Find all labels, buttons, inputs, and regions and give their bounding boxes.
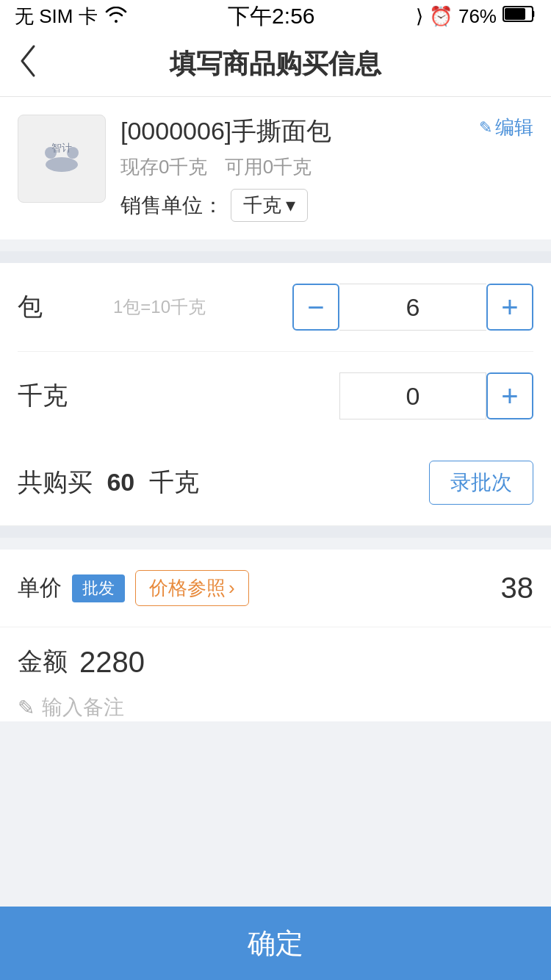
amount-section: 金额 2280 ✎ 输入备注: [0, 627, 551, 721]
status-left: 无 SIM 卡: [15, 4, 127, 29]
location-icon: ⟩: [416, 5, 423, 28]
status-time: 下午2:56: [228, 1, 314, 32]
unit-dropdown-icon: ▾: [286, 194, 295, 217]
edit-label: 编辑: [495, 115, 533, 140]
total-text: 共购买 60 千克: [18, 466, 199, 500]
svg-rect-1: [505, 8, 525, 20]
amount-label: 金额: [18, 645, 68, 679]
unit-select[interactable]: 千克 ▾: [231, 189, 308, 222]
input-section: 包 1包=10千克 − + 千克 +: [0, 263, 551, 440]
edit-icon: ✎: [479, 118, 492, 137]
product-name: [0000006]手撕面包: [120, 115, 533, 148]
section-divider-1: [0, 251, 551, 263]
kg-qty-input[interactable]: [339, 372, 486, 419]
remark-placeholder: 输入备注: [42, 693, 124, 721]
confirm-bar[interactable]: 确定: [0, 907, 551, 980]
nav-bar: 填写商品购买信息: [0, 32, 551, 97]
price-ref-arrow: ›: [228, 577, 235, 599]
bag-label: 包: [18, 290, 106, 324]
battery-text: 76%: [458, 5, 497, 28]
bag-hint: 1包=10千克: [113, 295, 292, 319]
batch-label: 录批次: [450, 471, 512, 494]
product-card: 智计 [0000006]手撕面包 现存0千克 可用0千克 销售单位： 千克 ▾ …: [0, 97, 551, 239]
bag-decrease-button[interactable]: −: [292, 284, 339, 331]
remark-row[interactable]: ✎ 输入备注: [18, 693, 533, 721]
no-sim-text: 无 SIM 卡: [15, 4, 98, 29]
alarm-icon: ⏰: [429, 5, 453, 28]
price-value: 38: [501, 572, 534, 605]
bag-qty-control: − +: [292, 284, 533, 331]
wifi-icon: [105, 5, 127, 28]
bag-increase-button[interactable]: +: [486, 284, 533, 331]
unit-value: 千克: [243, 192, 281, 218]
stock-text: 现存0千克: [120, 156, 207, 178]
page-title: 填写商品购买信息: [170, 46, 381, 82]
unit-label: 销售单位：: [120, 192, 223, 220]
confirm-label: 确定: [248, 925, 303, 962]
product-image: 智计: [18, 115, 106, 203]
svg-text:智计: 智计: [51, 142, 72, 154]
price-ref-button[interactable]: 价格参照 ›: [135, 570, 249, 606]
total-amount: 60: [107, 468, 134, 496]
kg-row: 千克 +: [18, 352, 533, 440]
total-unit: 千克: [149, 468, 199, 496]
amount-value: 2280: [79, 646, 145, 679]
bag-qty-input[interactable]: [339, 284, 486, 331]
product-stock: 现存0千克 可用0千克: [120, 154, 533, 180]
price-type-tag: 批发: [72, 574, 125, 602]
price-label: 单价: [18, 573, 62, 603]
battery-icon: [503, 5, 536, 28]
bag-row: 包 1包=10千克 − +: [18, 263, 533, 352]
available-text: 可用0千克: [225, 156, 311, 178]
price-ref-label: 价格参照: [149, 575, 226, 601]
remark-icon: ✎: [18, 696, 35, 720]
status-right: ⟩ ⏰ 76%: [416, 5, 536, 28]
back-button[interactable]: [18, 43, 38, 85]
section-divider-2: [0, 526, 551, 538]
price-section: 单价 批发 价格参照 › 38: [0, 550, 551, 627]
product-unit: 销售单位： 千克 ▾: [120, 189, 533, 222]
kg-qty-control: +: [339, 372, 533, 419]
batch-button[interactable]: 录批次: [429, 461, 533, 505]
total-prefix: 共购买: [18, 468, 93, 496]
total-row: 共购买 60 千克 录批次: [0, 440, 551, 526]
svg-point-4: [46, 157, 78, 172]
edit-button[interactable]: ✎ 编辑: [479, 115, 533, 140]
kg-label: 千克: [18, 379, 106, 413]
status-bar: 无 SIM 卡 下午2:56 ⟩ ⏰ 76%: [0, 0, 551, 32]
amount-row: 金额 2280: [18, 645, 533, 679]
product-info: [0000006]手撕面包 现存0千克 可用0千克 销售单位： 千克 ▾: [120, 115, 533, 222]
kg-increase-button[interactable]: +: [486, 372, 533, 419]
